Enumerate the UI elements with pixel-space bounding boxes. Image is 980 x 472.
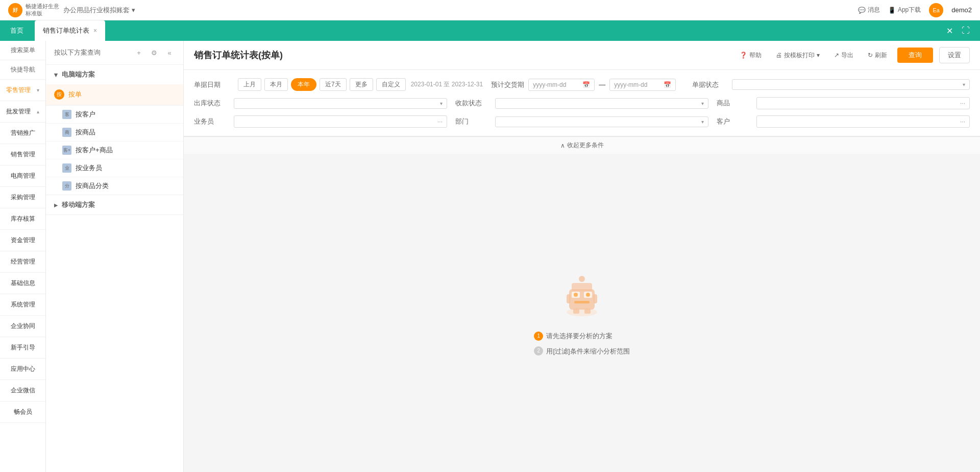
svg-rect-7 (567, 294, 571, 303)
content-area: 按以下方案查询 + ⚙ « ▾ 电脑端方案 按 按单 (46, 41, 980, 472)
sidebar-item-member[interactable]: 畅会员 (0, 402, 45, 423)
payment-group: 收款状态 ▾ (455, 98, 708, 109)
left-panel-title: 按以下方案查询 (54, 48, 101, 57)
sidebar-item-purchase[interactable]: 采购管理 (0, 187, 45, 208)
delivery-start-date[interactable]: yyyy-mm-dd 📅 (528, 79, 595, 91)
sidebar-item-ecommerce[interactable]: 电商管理 (0, 166, 45, 187)
avatar: Ea (929, 3, 943, 17)
top-bar-left: 好 畅捷通好生意 标准版 办公用品行业模拟账套 ▾ (8, 3, 135, 17)
export-button[interactable]: ↗ 导出 (830, 49, 857, 62)
query-button[interactable]: 查询 (897, 48, 933, 63)
sidebar-item-operations[interactable]: 经营管理 (0, 251, 45, 273)
salesperson-group: 业务员 ··· (194, 115, 447, 128)
sidebar-item-finance[interactable]: 资金管理 (0, 230, 45, 251)
sidebar-item-inventory[interactable]: 库存核算 (0, 208, 45, 230)
top-bar-right: 💬 消息 📱 App下载 Ea demo2 (858, 3, 972, 17)
svg-rect-11 (572, 283, 592, 291)
refresh-button[interactable]: ↻ 刷新 (864, 49, 891, 62)
window-close-button[interactable]: ✕ (943, 25, 955, 37)
department-select[interactable]: ▾ (495, 116, 708, 127)
step2-num: 2 (534, 346, 543, 356)
empty-icon (556, 269, 607, 320)
sidebar-item-sales[interactable]: 销售管理 (0, 144, 45, 166)
plan-by-product[interactable]: 商 按商品 (46, 123, 183, 141)
sidebar-item-retail[interactable]: 零售管理 ▾ (0, 80, 45, 101)
date-range-text: 2023-01-01 至 2023-12-31 (411, 80, 483, 89)
app-download-button[interactable]: 📱 App下载 (888, 6, 921, 14)
window-expand-button[interactable]: ⛶ (960, 25, 972, 37)
step1-num: 1 (534, 332, 543, 341)
workspace-selector[interactable]: 办公用品行业模拟账套 ▾ (63, 6, 135, 15)
this-year-btn[interactable]: 本年 (291, 78, 316, 91)
goods-select[interactable]: ··· (756, 97, 970, 109)
more-btn[interactable]: 更多 (350, 78, 373, 91)
svg-point-12 (579, 276, 585, 282)
plan-by-customer-product[interactable]: 客+ 按客户+商品 (46, 141, 183, 159)
svg-point-4 (574, 293, 578, 297)
sidebar-item-basic-info[interactable]: 基础信息 (0, 273, 45, 294)
user-name[interactable]: demo2 (951, 6, 972, 14)
more-options-icon[interactable]: ··· (960, 118, 965, 125)
this-month-btn[interactable]: 本月 (264, 78, 288, 91)
sidebar-item-enterprise[interactable]: 企业协同 (0, 316, 45, 337)
settings-plan-button[interactable]: ⚙ (149, 47, 160, 58)
sidebar-item-guide[interactable]: 新手引导 (0, 337, 45, 359)
messages-button[interactable]: 💬 消息 (858, 6, 880, 14)
customer-select[interactable]: ··· (756, 115, 970, 128)
plan-by-order-icon: 按 (54, 89, 64, 100)
chevron-down-icon: ▾ (440, 101, 443, 106)
salesperson-select[interactable]: ··· (234, 115, 447, 128)
logo-text: 畅捷通好生意 标准版 (26, 3, 59, 16)
empty-illustration (556, 269, 607, 320)
status-select[interactable]: ▾ (732, 79, 970, 90)
template-print-button[interactable]: 🖨 按模板打印 ▾ (772, 49, 824, 62)
last-month-btn[interactable]: 上月 (238, 78, 261, 91)
collapse-up-icon: ∧ (560, 142, 565, 149)
plan-by-customer[interactable]: 客 按客户 (46, 105, 183, 123)
more-options-icon[interactable]: ··· (437, 118, 443, 125)
tab-home[interactable]: 首页 (0, 20, 34, 41)
sidebar-item-wechat[interactable]: 企业微信 (0, 380, 45, 402)
message-icon: 💬 (858, 7, 866, 14)
plan-by-order[interactable]: 按 按单 (46, 84, 183, 105)
main-layout: 搜索菜单 快捷导航 零售管理 ▾ 批发管理 ▴ 营销推广 销售管理 电商管理 采… (0, 41, 980, 472)
shipment-select[interactable]: ▾ (234, 98, 447, 109)
sidebar-item-system[interactable]: 系统管理 (0, 294, 45, 316)
last-7-btn[interactable]: 近7天 (320, 78, 347, 91)
sidebar-item-wholesale[interactable]: 批发管理 ▴ (0, 101, 45, 123)
plan-by-sp-icon: 业 (62, 163, 71, 173)
settings-button[interactable]: 设置 (939, 47, 970, 63)
refresh-icon: ↻ (868, 52, 873, 59)
payment-label: 收款状态 (455, 99, 491, 108)
payment-select[interactable]: ▾ (495, 98, 708, 109)
shipment-label: 出库状态 (194, 99, 230, 108)
page-wrapper: 按以下方案查询 + ⚙ « ▾ 电脑端方案 按 按单 (46, 41, 980, 472)
delivery-end-date[interactable]: yyyy-mm-dd 📅 (609, 79, 676, 91)
customer-label: 客户 (717, 117, 752, 126)
sidebar-nav[interactable]: 快捷导航 (0, 60, 45, 80)
sidebar: 搜索菜单 快捷导航 零售管理 ▾ 批发管理 ▴ 营销推广 销售管理 电商管理 采… (0, 41, 46, 472)
mobile-group-header[interactable]: ▸ 移动端方案 (46, 195, 183, 215)
sidebar-item-marketing[interactable]: 营销推广 (0, 123, 45, 144)
download-icon: 📱 (888, 7, 896, 14)
collapse-panel-button[interactable]: « (164, 47, 175, 58)
pc-group-header[interactable]: ▾ 电脑端方案 (46, 65, 183, 84)
status-group: 单据状态 ▾ (692, 79, 970, 90)
sidebar-search[interactable]: 搜索菜单 (0, 41, 45, 60)
filter-row-3: 业务员 ··· 部门 ▾ (194, 115, 970, 128)
custom-btn[interactable]: 自定义 (376, 78, 406, 91)
chevron-up-icon: ▴ (37, 109, 39, 114)
tab-close-button[interactable]: × (93, 27, 97, 34)
left-panel: 按以下方案查询 + ⚙ « ▾ 电脑端方案 按 按单 (46, 41, 184, 472)
add-plan-button[interactable]: + (133, 47, 144, 58)
plan-by-customer-icon: 客 (62, 110, 71, 119)
svg-rect-10 (584, 309, 591, 314)
plan-by-salesperson[interactable]: 业 按业务员 (46, 159, 183, 177)
plan-by-product-category[interactable]: 分 按商品分类 (46, 177, 183, 195)
goods-label: 商品 (717, 99, 752, 108)
help-button[interactable]: ❓ 帮助 (736, 49, 766, 62)
more-options-icon[interactable]: ··· (960, 100, 965, 107)
sidebar-item-app-center[interactable]: 应用中心 (0, 359, 45, 380)
collapse-bar[interactable]: ∧ 收起更多条件 (184, 136, 980, 154)
tab-active[interactable]: 销售订单统计表 × (35, 20, 105, 41)
